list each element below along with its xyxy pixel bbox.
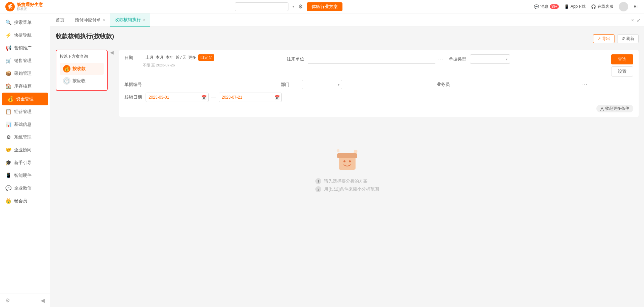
empty-state: 1 请先选择要分析的方案 2 用[过滤]条件来缩小分析范围 xyxy=(56,117,639,219)
sidebar-item-purchase[interactable]: 📦 采购管理 xyxy=(0,67,50,80)
tab-collection-label: 收款核销执行 xyxy=(115,17,141,23)
more-btn[interactable]: 更多 xyxy=(188,55,196,60)
doc-no-label: 单据编号 xyxy=(124,82,143,88)
tab-bar: 首页 预付冲应付单 × 收款核销执行 × × ⤢ xyxy=(50,13,644,27)
message-label: 消息 xyxy=(540,4,548,9)
sidebar-item-vip[interactable]: 👑 畅会员 xyxy=(0,195,50,207)
dept-select[interactable] xyxy=(302,80,342,89)
staff-input-area[interactable] xyxy=(458,80,579,89)
setting-button[interactable]: 设置 xyxy=(611,66,633,76)
dropdown-chevron-icon[interactable]: ▾ xyxy=(292,5,294,8)
sidebar-collapse-icon[interactable]: ◀ xyxy=(41,297,45,304)
avatar[interactable] xyxy=(619,2,628,11)
partner-input-area[interactable] xyxy=(308,54,435,64)
solution-button[interactable]: 体验行业方案 xyxy=(307,2,342,11)
sidebar-item-system[interactable]: ⚙ 系统管理 xyxy=(0,131,50,144)
message-btn[interactable]: 💬 消息 99+ xyxy=(534,4,559,9)
doc-no-input-area[interactable] xyxy=(146,80,275,89)
sidebar-item-inventory[interactable]: 🏠 库存核算 xyxy=(0,80,50,93)
this-month-btn[interactable]: 本月 xyxy=(156,55,164,60)
tab-prepay[interactable]: 预付冲应付单 × xyxy=(70,13,110,27)
date-label: 日期 xyxy=(124,55,143,61)
tab-home[interactable]: 首页 xyxy=(50,13,70,27)
sidebar-settings-icon[interactable]: ⚙ xyxy=(5,297,10,304)
sidebar-label-search-menu: 搜索菜单 xyxy=(14,19,32,25)
partner-label: 往来单位 xyxy=(287,56,305,62)
sidebar-bottom: ⚙ ◀ xyxy=(0,294,50,307)
query-option-receivable[interactable]: 🕐 按应收 xyxy=(60,75,104,87)
calendar-end-icon[interactable]: 📅 xyxy=(274,95,280,100)
app-download-btn[interactable]: 📱 App下载 xyxy=(564,4,586,9)
sidebar-item-sales[interactable]: 🛒 销售管理 xyxy=(0,54,50,67)
hint-text-1: 请先选择要分析的方案 xyxy=(324,178,368,184)
sidebar-item-enterprise[interactable]: 🤝 企业协同 xyxy=(0,144,50,156)
svg-point-2 xyxy=(343,160,345,162)
service-icon: 🎧 xyxy=(591,4,596,9)
tab-collection-close[interactable]: × xyxy=(143,18,145,22)
online-service-btn[interactable]: 🎧 在线客服 xyxy=(591,4,613,9)
collapse-more-label: 收起更多条件 xyxy=(605,106,629,111)
tab-prepay-label: 预付冲应付单 xyxy=(75,17,101,23)
sidebar-item-finance[interactable]: 💰 资金管理 xyxy=(2,93,48,105)
panel-collapse-btn[interactable]: ◀ xyxy=(109,50,114,55)
sidebar-label-purchase: 采购管理 xyxy=(14,70,32,76)
last-7days-btn[interactable]: 近7天 xyxy=(176,55,186,60)
sidebar-item-beginner[interactable]: 🎓 新手引导 xyxy=(0,156,50,169)
empty-svg xyxy=(332,144,362,174)
sidebar-item-operations[interactable]: 📋 经营管理 xyxy=(0,105,50,118)
query-panel: 按以下方案查询 💰 按收款 🕐 按应收 xyxy=(56,50,108,91)
svg-rect-4 xyxy=(354,150,358,154)
date-shortcuts: 上月 本月 本年 近7天 更多 自定义 xyxy=(146,54,214,61)
svg-rect-5 xyxy=(336,149,339,152)
sidebar: 🔍 搜索菜单 ⚡ 快捷导航 📢 营销推广 🛒 销售管理 📦 采购管理 🏠 xyxy=(0,13,50,307)
sidebar-item-basic-info[interactable]: 📊 基础信息 xyxy=(0,118,50,131)
prev-month-btn[interactable]: 上月 xyxy=(146,55,154,60)
partner-dots-btn[interactable]: ··· xyxy=(438,56,443,62)
dept-label: 部门 xyxy=(281,82,299,88)
sidebar-label-finance: 资金管理 xyxy=(16,96,34,102)
sidebar-label-inventory: 库存核算 xyxy=(14,83,32,89)
doc-type-select[interactable] xyxy=(470,54,510,64)
tab-collection[interactable]: 收款核销执行 × xyxy=(110,13,150,27)
basic-info-icon: 📊 xyxy=(5,121,11,127)
refresh-button[interactable]: ↺ 刷新 xyxy=(617,34,639,43)
operations-icon: 📋 xyxy=(5,109,11,115)
sidebar-label-quick-nav: 快捷导航 xyxy=(14,32,32,38)
quick-nav-icon: ⚡ xyxy=(5,32,11,38)
calendar-start-icon[interactable]: 📅 xyxy=(201,95,207,100)
online-service-label: 在线客服 xyxy=(597,4,613,9)
smart-hw-icon: 📱 xyxy=(5,172,11,178)
sidebar-item-search-menu[interactable]: 🔍 搜索菜单 xyxy=(0,16,50,29)
writeoff-date-label: 核销日期 xyxy=(124,94,143,100)
window-expand-icon[interactable]: ⤢ xyxy=(637,17,641,23)
query-button[interactable]: 查询 xyxy=(611,54,633,64)
export-button[interactable]: ↗ 导出 xyxy=(593,34,614,43)
custom-btn[interactable]: 自定义 xyxy=(198,54,214,61)
sidebar-item-smart-hw[interactable]: 📱 智能硬件 xyxy=(0,169,50,182)
sidebar-item-marketing[interactable]: 📢 营销推广 xyxy=(0,42,50,54)
doc-type-select-wrapper xyxy=(470,54,510,64)
settings-icon[interactable]: ⚙ xyxy=(298,3,303,10)
sidebar-item-wechat[interactable]: 💬 企业微信 xyxy=(0,182,50,195)
tab-spacer xyxy=(150,13,628,27)
svg-rect-1 xyxy=(337,153,357,158)
staff-dots-btn[interactable]: ··· xyxy=(582,82,588,88)
topbar-right: 💬 消息 99+ 📱 App下载 🎧 在线客服 Rit xyxy=(534,2,639,11)
this-year-btn[interactable]: 本年 xyxy=(166,55,174,60)
sidebar-label-beginner: 新手引导 xyxy=(14,160,32,166)
sidebar-item-quick-nav[interactable]: ⚡ 快捷导航 xyxy=(0,29,50,42)
doc-type-label: 单据类型 xyxy=(449,56,467,62)
window-close-icon[interactable]: × xyxy=(631,17,634,23)
tab-prepay-close[interactable]: × xyxy=(103,18,105,22)
topbar-search[interactable] xyxy=(235,2,288,11)
writeoff-start-input[interactable] xyxy=(146,93,209,102)
collapse-more-btn[interactable]: ⋀ 收起更多条件 xyxy=(596,105,633,112)
finance-icon: 💰 xyxy=(7,96,13,102)
sidebar-label-marketing: 营销推广 xyxy=(14,45,32,51)
search-menu-icon: 🔍 xyxy=(5,19,11,25)
query-panel-wrapper: 按以下方案查询 💰 按收款 🕐 按应收 ◀ xyxy=(56,50,114,117)
query-option-receipt[interactable]: 💰 按收款 xyxy=(60,63,104,75)
topbar-left: 畅 畅捷通好生意 标准版 xyxy=(5,2,43,11)
writeoff-end-wrap: 📅 xyxy=(219,93,282,102)
writeoff-end-input[interactable] xyxy=(219,93,282,102)
